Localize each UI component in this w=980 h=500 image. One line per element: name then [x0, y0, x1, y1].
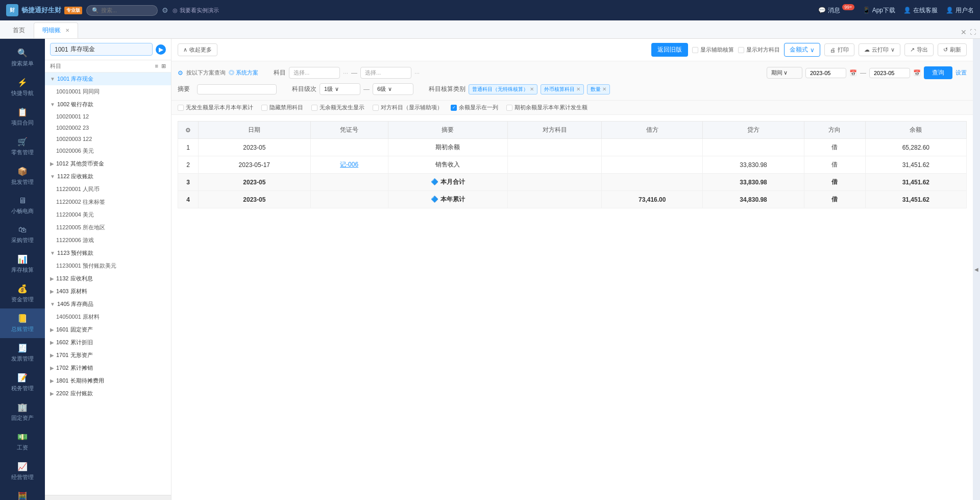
init-balance-checkbox[interactable]: [506, 105, 512, 111]
tree-item-1701[interactable]: ▶ 1701 无形资产: [45, 349, 171, 362]
sidebar-item-capital[interactable]: 💰 资金管理: [0, 279, 45, 308]
sidebar-item-contract[interactable]: 📋 项目合同: [0, 102, 45, 132]
cloud-print-btn[interactable]: ☁ 云打印 ∨: [859, 43, 900, 56]
sidebar-item-operations[interactable]: 📈 经营管理: [0, 457, 45, 486]
settings-icon-top[interactable]: ⚙: [162, 6, 168, 14]
show-aux-check[interactable]: 显示辅助核算: [692, 46, 734, 54]
hide-disabled-checkbox[interactable]: [261, 105, 267, 111]
tree-item-10020001[interactable]: 10020001 12: [45, 111, 171, 122]
tree-item-1122[interactable]: ▼ 1122 应收账款: [45, 170, 171, 183]
tree-item-11220006[interactable]: 11220006 游戏: [45, 234, 171, 247]
type-tag-1[interactable]: 普通科目（无特殊核算） ✕: [469, 84, 537, 94]
col-settings[interactable]: ⚙: [178, 122, 199, 139]
level-from-select[interactable]: 1级 ∨: [320, 83, 360, 95]
tree-item-1801[interactable]: ▶ 1801 长期待摊费用: [45, 374, 171, 387]
period-type-select[interactable]: 期间 ∨: [767, 67, 802, 79]
period-to-input[interactable]: [869, 68, 910, 78]
tree-item-1001[interactable]: ▼ 1001 库存现金: [45, 73, 171, 85]
tree-item-10020003[interactable]: 10020003 122: [45, 133, 171, 145]
tree-item-10020002[interactable]: 10020002 23: [45, 122, 171, 133]
sidebar-item-purchase[interactable]: 🛍 采购管理: [0, 220, 45, 249]
return-old-btn[interactable]: 返回旧版: [651, 43, 688, 57]
settings-link[interactable]: 设置: [955, 69, 967, 77]
type-tag-3-close[interactable]: ✕: [602, 86, 606, 92]
tree-item-1405[interactable]: ▼ 1405 库存商品: [45, 298, 171, 311]
sidebar-item-report[interactable]: 🧮 小畅报销: [0, 486, 45, 500]
subject-input-to[interactable]: 选择...: [360, 67, 411, 79]
option-no-balance2[interactable]: 无余额无发生显示: [311, 104, 364, 111]
option-show-opposite[interactable]: 对方科目（显示辅助项）: [373, 104, 443, 111]
option-hide-disabled[interactable]: 隐藏禁用科目: [261, 104, 303, 111]
tree-item-11230001[interactable]: 11230001 预付账款美元: [45, 259, 171, 272]
opposite-checkbox[interactable]: [738, 47, 744, 53]
subject-input[interactable]: 选择...: [289, 67, 340, 79]
tree-nav-btn[interactable]: ▶: [156, 44, 166, 55]
type-tag-2-close[interactable]: ✕: [576, 86, 580, 92]
tree-item-11220004[interactable]: 11220004 美元: [45, 208, 171, 221]
voucher-link[interactable]: 记-006: [340, 161, 358, 168]
tree-item-10010001[interactable]: 10010001 同同同: [45, 85, 171, 98]
sidebar-item-invoice[interactable]: 🧾 发票管理: [0, 338, 45, 368]
option-init-balance[interactable]: 期初余额显示本年累计发生额: [506, 104, 587, 111]
sidebar-item-retail[interactable]: 🛒 零售管理: [0, 132, 45, 161]
sidebar-item-search[interactable]: 🔍 搜索菜单: [0, 43, 45, 73]
aux-checkbox[interactable]: [692, 47, 698, 53]
tree-item-2202[interactable]: ▶ 2202 应付账款: [45, 387, 171, 400]
balance-one-col-checkbox[interactable]: ✓: [451, 105, 457, 111]
print-btn[interactable]: 🖨 打印: [824, 43, 854, 56]
tree-item-1403[interactable]: ▶ 1403 原材料: [45, 285, 171, 298]
right-collapse-panel[interactable]: ◀: [973, 39, 980, 500]
option-balance-one-col[interactable]: ✓ 余额显示在一列: [451, 104, 498, 111]
tree-item-11220002[interactable]: 11220002 往来标签: [45, 196, 171, 208]
close-panel-btn[interactable]: ✕: [961, 28, 967, 36]
expand-more-btn[interactable]: ∧ 收起更多: [178, 43, 217, 56]
message-button[interactable]: 💬 消息 99+: [818, 6, 854, 15]
summary-input[interactable]: [197, 84, 277, 94]
global-search[interactable]: 🔍: [86, 5, 158, 16]
tree-item-1123[interactable]: ▼ 1123 预付账款: [45, 247, 171, 259]
tree-item-1012[interactable]: ▶ 1012 其他货币资金: [45, 157, 171, 170]
tree-expand-icon[interactable]: ⊞: [161, 63, 166, 69]
sidebar-item-quicknav[interactable]: ⚡ 快捷导航: [0, 73, 45, 102]
tree-item-1002[interactable]: ▼ 1002 银行存款: [45, 98, 171, 111]
sidebar-item-assets[interactable]: 🏢 固定资产: [0, 397, 45, 427]
tree-item-11220005[interactable]: 11220005 所在地区: [45, 221, 171, 234]
period-from-input[interactable]: [805, 68, 846, 78]
app-download-button[interactable]: 📱 App下载: [863, 6, 895, 15]
format-dropdown-btn[interactable]: 金额式 ∨: [784, 43, 820, 57]
tree-item-1702[interactable]: ▶ 1702 累计摊销: [45, 362, 171, 374]
tab-detail[interactable]: 明细账 ✕: [34, 22, 78, 38]
no-balance-checkbox[interactable]: [178, 105, 184, 111]
export-btn[interactable]: ↗ 导出: [904, 43, 934, 56]
query-btn[interactable]: 查询: [924, 66, 952, 79]
sidebar-item-wholesale[interactable]: 📦 批发管理: [0, 161, 45, 191]
tree-item-11220001[interactable]: 11220001 人民币: [45, 183, 171, 196]
fullscreen-btn[interactable]: ⛶: [970, 29, 976, 36]
sidebar-item-ledger[interactable]: 📒 总账管理: [0, 308, 45, 338]
filter-settings-icon[interactable]: ⚙: [178, 69, 183, 77]
no-balance2-checkbox[interactable]: [311, 105, 317, 111]
type-tag-1-close[interactable]: ✕: [530, 86, 534, 92]
tree-scrollbar[interactable]: [45, 495, 171, 500]
level-to-select[interactable]: 6级 ∨: [373, 83, 413, 95]
tree-item-1602[interactable]: ▶ 1602 累计折旧: [45, 336, 171, 349]
user-avatar[interactable]: 👤 用户名: [946, 6, 974, 15]
tree-list-icon[interactable]: ≡: [155, 63, 158, 69]
search-input[interactable]: [101, 7, 152, 13]
tree-item-1601[interactable]: ▶ 1601 固定资产: [45, 323, 171, 336]
sidebar-item-inventory[interactable]: 📊 库存核算: [0, 249, 45, 279]
refresh-btn[interactable]: ↺ 刷新: [938, 43, 967, 56]
tree-item-10020006[interactable]: 10020006 美元: [45, 145, 171, 157]
option-no-balance[interactable]: 无发生额显示本月本年累计: [178, 104, 253, 111]
tab-close-icon[interactable]: ✕: [65, 28, 69, 33]
type-tag-2[interactable]: 外币核算科目 ✕: [541, 84, 584, 94]
show-opposite-check[interactable]: 显示对方科目: [738, 46, 780, 54]
tree-item-1132[interactable]: ▶ 1132 应收利息: [45, 272, 171, 285]
online-service-button[interactable]: 👤 在线客服: [903, 6, 938, 15]
type-tag-3[interactable]: 数量 ✕: [587, 84, 610, 94]
tree-item-14050001[interactable]: 14050001 原材料: [45, 311, 171, 323]
tab-home[interactable]: 首页: [4, 22, 34, 38]
demo-button[interactable]: ◎ 我要看实例演示: [173, 7, 219, 14]
sidebar-item-ecommerce[interactable]: 🖥 小畅电商: [0, 191, 45, 220]
sidebar-item-tax[interactable]: 📝 税务管理: [0, 368, 45, 397]
